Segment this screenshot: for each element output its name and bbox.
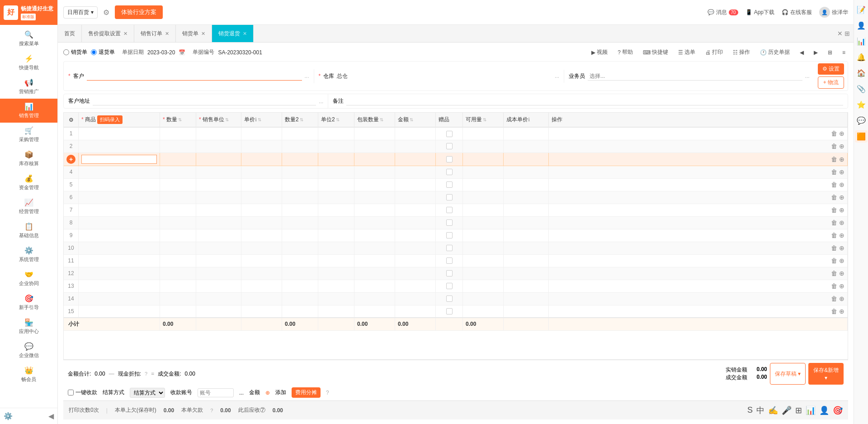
- sidebar-item-shortcut[interactable]: ⚡ 快捷导航: [0, 51, 57, 75]
- quantity2-cell[interactable]: [282, 152, 318, 166]
- tab-sales-return[interactable]: 销货退货 ✕: [212, 25, 254, 42]
- gift-cell[interactable]: [436, 140, 463, 152]
- product-cell[interactable]: [79, 140, 160, 152]
- tab-sales-order[interactable]: 销售订单 ✕: [134, 25, 176, 42]
- quantity-sort-icon[interactable]: ⇅: [178, 117, 182, 122]
- delete-row-icon[interactable]: 🗑: [831, 244, 837, 252]
- customer-input[interactable]: [87, 72, 302, 81]
- th-gear[interactable]: ⚙: [64, 113, 79, 127]
- history-btn[interactable]: 🕐 历史单据: [757, 47, 793, 57]
- available-cell[interactable]: [463, 127, 504, 140]
- sidebar-item-system[interactable]: ⚙️ 系统管理: [0, 243, 57, 267]
- scan-btn[interactable]: 扫码录入: [97, 115, 123, 124]
- sales-unit-cell[interactable]: [196, 127, 241, 140]
- address-input[interactable]: [93, 97, 316, 105]
- delete-row-icon[interactable]: 🗑: [831, 219, 837, 226]
- copy-row-icon[interactable]: ⊕: [839, 168, 844, 176]
- experience-btn[interactable]: 体验行业方案: [115, 5, 163, 19]
- gift-checkbox[interactable]: [446, 131, 453, 137]
- sidebar-item-finance[interactable]: 💰 资金管理: [0, 171, 57, 195]
- package-qty-sort-icon[interactable]: ⇅: [380, 117, 383, 122]
- right-panel-icon-5[interactable]: 🏠: [855, 67, 868, 79]
- cash-discount-info-icon[interactable]: ?: [145, 371, 147, 376]
- right-panel-icon-3[interactable]: 📊: [855, 35, 868, 48]
- copy-row-icon[interactable]: ⊕: [839, 257, 844, 264]
- copy-row-icon[interactable]: ⊕: [839, 244, 844, 252]
- warehouse-more-btn[interactable]: ...: [555, 73, 559, 79]
- copy-row-icon[interactable]: ⊕: [839, 143, 844, 150]
- one-click-checkbox[interactable]: [68, 390, 74, 395]
- delete-row-icon[interactable]: 🗑: [831, 232, 837, 239]
- copy-row-icon[interactable]: ⊕: [839, 295, 844, 302]
- sidebar-item-purchase[interactable]: 🛒 采购管理: [0, 123, 57, 147]
- package-qty-cell[interactable]: [354, 152, 395, 166]
- sidebar-item-marketing[interactable]: 📢 营销推广: [0, 75, 57, 99]
- cost-unit-price-cell[interactable]: [504, 152, 549, 166]
- sidebar-item-wechat[interactable]: 💬 企业微信: [0, 338, 57, 362]
- amount-cell[interactable]: [395, 152, 436, 166]
- delete-row-icon[interactable]: 🗑: [831, 295, 837, 302]
- add-fee-icon[interactable]: ⊕: [265, 390, 270, 396]
- delete-row-icon[interactable]: 🗑: [831, 181, 837, 188]
- list-view-btn[interactable]: ≡: [840, 48, 848, 57]
- select-btn[interactable]: ☰ 选单: [675, 47, 698, 57]
- delete-row-icon[interactable]: 🗑: [831, 156, 837, 163]
- calendar-icon[interactable]: 📅: [179, 49, 185, 56]
- user-profile[interactable]: 👤 徐泽华: [819, 7, 848, 18]
- online-service-btn[interactable]: 🎧 在线客服: [782, 9, 812, 16]
- address-more-btn[interactable]: ...: [319, 98, 323, 105]
- sidebar-item-operation[interactable]: 📈 经营管理: [0, 195, 57, 219]
- copy-row-icon[interactable]: ⊕: [839, 270, 844, 277]
- unit-price-cell[interactable]: [241, 127, 282, 140]
- delete-row-icon[interactable]: 🗑: [831, 143, 837, 150]
- gift-cell[interactable]: [436, 152, 463, 166]
- radio-delivery-input[interactable]: [63, 49, 69, 55]
- sidebar-item-member[interactable]: 👑 畅会员: [0, 362, 57, 386]
- print-btn[interactable]: 🖨 打印: [703, 47, 726, 57]
- tab-price-settings[interactable]: 售价提取设置 ✕: [82, 25, 134, 42]
- cost-unit-price-cell[interactable]: [504, 127, 549, 140]
- available-sort-icon[interactable]: ⇅: [483, 117, 486, 122]
- tool-icon-7[interactable]: 👤: [819, 405, 829, 415]
- copy-row-icon[interactable]: ⊕: [839, 219, 844, 226]
- help-btn[interactable]: ? 帮助: [615, 47, 636, 57]
- tab-home[interactable]: 首页: [58, 25, 82, 42]
- copy-row-icon[interactable]: ⊕: [839, 232, 844, 239]
- available-cell[interactable]: [463, 152, 504, 166]
- product-cell-active[interactable]: [79, 152, 160, 166]
- grid-view-btn[interactable]: ⊞: [825, 48, 835, 57]
- unit-price-info-icon[interactable]: ℹ: [255, 117, 257, 122]
- shortcut-btn[interactable]: ⌨ 快捷键: [640, 47, 671, 57]
- amount-cell[interactable]: [395, 140, 436, 152]
- sidebar-item-appstore[interactable]: 🏪 应用中心: [0, 314, 57, 338]
- sales-unit-cell[interactable]: [196, 140, 241, 152]
- unit2-cell[interactable]: [318, 140, 354, 152]
- sidebar-item-search[interactable]: 🔍 搜索菜单: [0, 27, 57, 51]
- sidebar-item-enterprise[interactable]: 🤝 企业协同: [0, 267, 57, 291]
- right-panel-icon-6[interactable]: 📎: [855, 83, 868, 95]
- radio-return[interactable]: 退货单: [91, 48, 115, 56]
- quantity2-sort-icon[interactable]: ⇅: [300, 117, 303, 122]
- calc-method-select[interactable]: 结算方式: [130, 388, 165, 398]
- available-cell[interactable]: [463, 140, 504, 152]
- gift-checkbox-active[interactable]: [446, 156, 453, 162]
- right-panel-icon-1[interactable]: 📝: [855, 4, 868, 16]
- sales-unit-cell[interactable]: [196, 152, 241, 166]
- one-click-checkbox-label[interactable]: 一键收款: [68, 389, 97, 396]
- unit2-cell[interactable]: [318, 152, 354, 166]
- copy-row-icon[interactable]: ⊕: [839, 308, 844, 315]
- quantity2-cell[interactable]: [282, 140, 318, 152]
- tool-icon-8[interactable]: 🎯: [833, 405, 843, 415]
- operation-btn[interactable]: ☷ 操作: [730, 47, 753, 57]
- package-qty-cell[interactable]: [354, 140, 395, 152]
- delete-row-icon[interactable]: 🗑: [831, 257, 837, 264]
- logistics-btn[interactable]: + 物流: [818, 76, 844, 89]
- remark-input[interactable]: [346, 97, 843, 105]
- quantity-cell[interactable]: [160, 127, 196, 140]
- gift-checkbox[interactable]: [446, 143, 453, 149]
- save-draft-btn[interactable]: 保存草稿 ▾: [770, 363, 806, 385]
- product-cell[interactable]: [79, 127, 160, 140]
- delete-row-icon[interactable]: 🗑: [831, 282, 837, 290]
- debt-info-icon[interactable]: ?: [210, 408, 213, 413]
- right-panel-icon-active[interactable]: 🟧: [855, 130, 868, 143]
